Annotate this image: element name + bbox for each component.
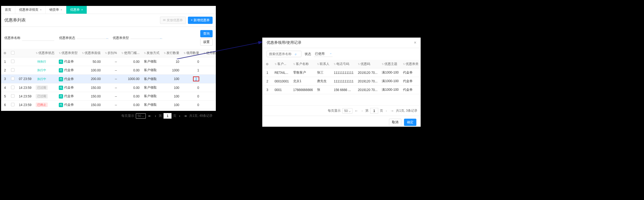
status-badge: 执行中 bbox=[36, 68, 48, 72]
tab-item[interactable]: 优惠券× bbox=[66, 6, 87, 14]
col-use-qty[interactable]: 使用数量 bbox=[201, 49, 216, 57]
coupon-list-panel: 首页优惠券详情页×销货单×优惠券× 优惠券列表 ✉ 发放优惠券 + 新增优惠券 … bbox=[1, 6, 216, 111]
cell-issue: 10 bbox=[162, 57, 181, 66]
table-row[interactable]: 5 14 23:59 已过期 代代金券 150.00 -- 0.00 客户领取 … bbox=[1, 92, 216, 101]
row-checkbox[interactable] bbox=[9, 101, 17, 109]
col-contact[interactable]: 联系人 bbox=[315, 60, 332, 68]
coupon-table-wrap: ⚙ 优惠券状态 优惠券类型 优惠券面值 折扣% 使用门槛... 发放方式 发行数… bbox=[1, 49, 216, 111]
modal-header: 优惠券领用/使用记录 × bbox=[262, 38, 421, 48]
col-gear[interactable]: ⚙ bbox=[262, 60, 272, 68]
col-threshold[interactable]: 使用门槛... bbox=[119, 49, 142, 57]
filter-status-select[interactable] bbox=[77, 37, 109, 39]
claim-count-link[interactable]: 3 bbox=[193, 77, 199, 81]
col-claim-qty[interactable]: 领用数量 bbox=[181, 49, 201, 57]
pagination-summary: 共1页, 49条记录 bbox=[189, 114, 213, 118]
row-number: 3 bbox=[1, 75, 9, 83]
filter-type-select[interactable] bbox=[130, 37, 163, 39]
page-input[interactable] bbox=[370, 108, 378, 114]
col-subject[interactable]: 优惠主题 bbox=[380, 60, 401, 68]
pagination-summary: 共1页, 3条记录 bbox=[396, 108, 417, 113]
row-checkbox[interactable] bbox=[9, 66, 17, 75]
search-box[interactable]: ⌕ bbox=[267, 51, 301, 57]
settings-button[interactable]: 设置 bbox=[200, 38, 213, 46]
close-icon[interactable]: × bbox=[61, 8, 62, 11]
search-input[interactable] bbox=[269, 52, 293, 56]
cell-cust-name: 北京1 bbox=[291, 77, 315, 86]
prev-page-button[interactable]: ‹ bbox=[361, 109, 364, 113]
col-discount[interactable]: 折扣% bbox=[103, 49, 119, 57]
tab-item[interactable]: 优惠券详情页× bbox=[15, 6, 46, 14]
prev-page-button[interactable]: ‹ bbox=[154, 114, 157, 118]
cell-discount: -- bbox=[103, 101, 119, 109]
row-checkbox[interactable] bbox=[9, 57, 17, 66]
page-input[interactable] bbox=[163, 113, 172, 119]
table-row[interactable]: 2 执行中 代代金券 100.00 -- 0.00 客户领取 1000 1 0 … bbox=[1, 66, 216, 75]
cell-claim: 1 bbox=[181, 66, 201, 75]
cell-use: 0 bbox=[201, 83, 216, 92]
col-dist-method[interactable]: 发放方式 bbox=[142, 49, 162, 57]
tab-label: 优惠券 bbox=[70, 8, 80, 12]
col-cust-code[interactable]: 客户... bbox=[272, 60, 291, 68]
col-gear[interactable]: ⚙ bbox=[1, 49, 9, 57]
usage-table: ⚙ 客户... 客户名称 联系人 电话号码 优惠码 优惠主题 优惠券类 1 RE… bbox=[262, 60, 421, 94]
col-phone[interactable]: 电话号码 bbox=[332, 60, 355, 68]
table-row[interactable]: 6 14 23:59 已终止 代代金券 150.00 -- 0.00 客户领取 … bbox=[1, 101, 216, 109]
close-icon[interactable]: × bbox=[40, 8, 42, 11]
table-row[interactable]: 4 14 23:59 已过期 代代金券 150.00 -- 0.00 客户领取 … bbox=[1, 83, 216, 92]
page-unit: 页 bbox=[173, 114, 176, 118]
query-button[interactable]: 查询 bbox=[200, 30, 213, 37]
last-page-button[interactable]: ⇥ bbox=[390, 109, 394, 113]
table-row[interactable]: 3 0001 17666666666 张 156 6666 ... 201912… bbox=[262, 86, 421, 94]
table-row[interactable]: 1 RETAIL... 零散客户 张三 11111111111 2019120 … bbox=[262, 68, 421, 77]
cell-type: 代代金券 bbox=[57, 75, 80, 83]
table-row[interactable]: 3 07 23:59 执行中 代代金券 200.00 -- 1000.00 客户… bbox=[1, 75, 216, 83]
cell-type: 代代金券 bbox=[57, 66, 80, 75]
cell-cust-name: 17666666666 bbox=[291, 86, 315, 94]
cell-threshold: 0.00 bbox=[119, 83, 142, 92]
row-checkbox[interactable] bbox=[9, 75, 17, 83]
tab-label: 优惠券详情页 bbox=[19, 8, 38, 12]
col-cust-name[interactable]: 客户名称 bbox=[291, 60, 315, 68]
filter-actions: 查询 设置 bbox=[200, 30, 213, 46]
row-number: 1 bbox=[1, 57, 9, 66]
close-icon[interactable]: × bbox=[414, 40, 416, 45]
first-page-button[interactable]: ⇤ bbox=[354, 109, 359, 113]
per-page-select[interactable]: 50 ⌵ bbox=[342, 108, 352, 114]
col-issue-qty[interactable]: 发行数量 bbox=[162, 49, 181, 57]
cell-issue: 100 bbox=[162, 83, 181, 92]
table-header-row: ⚙ 客户... 客户名称 联系人 电话号码 优惠码 优惠主题 优惠券类 bbox=[262, 60, 421, 68]
cell-dist: 客户领取 bbox=[142, 83, 162, 92]
next-page-button[interactable]: › bbox=[178, 114, 181, 118]
filter-name-input[interactable] bbox=[22, 35, 54, 41]
pagination: 每页显示 50 ⌵ ⇤ ‹ 第 页 › ⇥ 共1页, 49条记录 bbox=[1, 111, 216, 121]
table-row[interactable]: 1 待执行 代代金券 50.00 -- 0.00 客户领取 10 0 0 ✎ ⧉ bbox=[1, 57, 216, 66]
row-checkbox[interactable] bbox=[9, 92, 17, 101]
last-page-button[interactable]: ⇥ bbox=[183, 114, 188, 118]
confirm-button[interactable]: 确定 bbox=[404, 119, 416, 126]
close-icon[interactable]: × bbox=[81, 8, 83, 11]
distribute-coupon-button[interactable]: ✉ 发放优惠券 bbox=[160, 17, 185, 24]
add-coupon-button[interactable]: + 新增优惠券 bbox=[188, 17, 213, 24]
tab-item[interactable]: 销货单× bbox=[46, 6, 66, 14]
cancel-button[interactable]: 取消 bbox=[389, 119, 401, 126]
col-status[interactable]: 优惠券状态 bbox=[34, 49, 57, 57]
per-page-select[interactable]: 50 ⌵ bbox=[136, 113, 146, 119]
col-checkbox[interactable] bbox=[9, 49, 17, 57]
modal-status-select[interactable]: 已使用 ⌵ bbox=[314, 51, 333, 57]
col-face-value[interactable]: 优惠券面值 bbox=[80, 49, 103, 57]
table-row[interactable]: 2 00010001 北京1 唐先生 11111111111 2019120 7… bbox=[262, 77, 421, 86]
checkbox-icon bbox=[11, 77, 14, 80]
next-page-button[interactable]: › bbox=[385, 109, 388, 113]
col-type[interactable]: 优惠券类型 bbox=[57, 49, 80, 57]
first-page-button[interactable]: ⇤ bbox=[147, 114, 152, 118]
cell-phone: 11111111111 bbox=[332, 77, 355, 86]
row-checkbox[interactable] bbox=[9, 83, 17, 92]
col-category[interactable]: 优惠券类 bbox=[401, 60, 421, 68]
col-coupon-code[interactable]: 优惠码 bbox=[356, 60, 380, 68]
voucher-icon: 代 bbox=[59, 77, 63, 81]
modal-footer: 取消 确定 bbox=[262, 116, 421, 129]
status-badge: 已过期 bbox=[36, 85, 48, 90]
coupon-table: ⚙ 优惠券状态 优惠券类型 优惠券面值 折扣% 使用门槛... 发放方式 发行数… bbox=[1, 49, 216, 111]
tab-item[interactable]: 首页 bbox=[1, 6, 15, 14]
per-page-label: 每页显示 bbox=[121, 114, 134, 118]
